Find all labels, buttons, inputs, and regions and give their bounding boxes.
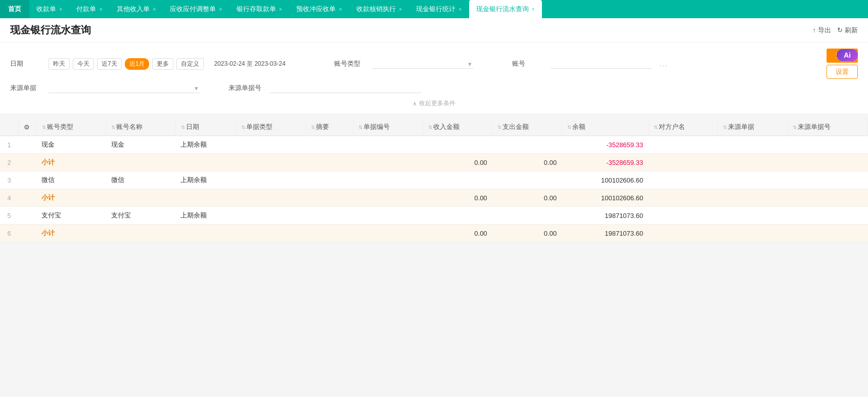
sort-icon-summary: ⇅ bbox=[311, 124, 315, 130]
col-header-source_doc_no[interactable]: ⇅来源单据号 bbox=[787, 118, 867, 136]
date-btn-更多[interactable]: 更多 bbox=[152, 58, 173, 70]
nav-tab-现金银行统计[interactable]: 现金银行统计× bbox=[409, 0, 469, 18]
table-row: 1现金现金上期余额-3528659.33 bbox=[0, 136, 868, 154]
row-settings-cell bbox=[18, 171, 36, 189]
home-label: 首页 bbox=[8, 5, 21, 14]
settings-button[interactable]: 设置 bbox=[827, 65, 858, 79]
row-num: 6 bbox=[0, 225, 18, 242]
collapse-arrow-icon: ∧ bbox=[413, 100, 417, 107]
col-header-doc_no[interactable]: ⇅单据编号 bbox=[353, 118, 423, 136]
cell-source_doc_no bbox=[787, 154, 867, 171]
filter-row-date: 日期 昨天今天近7天近1月更多自定义 2023-02-24 至 2023-03-… bbox=[10, 49, 858, 79]
account-type-label: 账号类型 bbox=[334, 59, 364, 68]
nav-tab-付款单[interactable]: 付款单× bbox=[69, 0, 109, 18]
ai-button[interactable]: Ai bbox=[837, 49, 858, 61]
settings-gear-icon[interactable]: ⚙ bbox=[24, 123, 30, 131]
date-btn-自定义[interactable]: 自定义 bbox=[176, 58, 204, 70]
close-tab-icon[interactable]: × bbox=[459, 6, 462, 12]
cell-account_name bbox=[106, 225, 176, 242]
refresh-button[interactable]: ↻ 刷新 bbox=[837, 26, 858, 35]
date-btn-近7天[interactable]: 近7天 bbox=[97, 58, 122, 70]
date-btn-昨天[interactable]: 昨天 bbox=[49, 58, 70, 70]
close-tab-icon[interactable]: × bbox=[399, 6, 402, 12]
sort-icon-expense: ⇅ bbox=[497, 124, 501, 130]
account-label: 账号 bbox=[512, 59, 542, 68]
cell-source_doc bbox=[718, 225, 788, 242]
row-settings-cell bbox=[18, 225, 36, 242]
cell-source_doc bbox=[718, 207, 788, 225]
nav-home[interactable]: 首页 bbox=[0, 0, 29, 18]
table-row: 4小计0.000.00100102606.60 bbox=[0, 189, 868, 207]
nav-tab-现金银行流水查询[interactable]: 现金银行流水查询× bbox=[469, 0, 542, 18]
close-tab-icon[interactable]: × bbox=[219, 6, 222, 12]
source-doc-no-input[interactable] bbox=[269, 83, 421, 93]
nav-tab-收款核销执行[interactable]: 收款核销执行× bbox=[349, 0, 409, 18]
header-actions: ↑ 导出 ↻ 刷新 bbox=[813, 26, 858, 35]
cell-doc_type bbox=[236, 171, 305, 189]
export-button[interactable]: ↑ 导出 bbox=[813, 26, 832, 35]
col-header-settings[interactable]: ⚙ bbox=[18, 118, 36, 136]
cell-account_type: 微信 bbox=[36, 171, 106, 189]
source-doc-select-wrapper: ▾ bbox=[49, 83, 200, 93]
cell-summary bbox=[305, 207, 353, 225]
col-header-doc_type[interactable]: ⇅单据类型 bbox=[236, 118, 305, 136]
cell-doc_type bbox=[236, 189, 305, 207]
col-header-account_type[interactable]: ⇅账号类型 bbox=[36, 118, 106, 136]
cell-date bbox=[175, 225, 236, 242]
nav-tab-应收应付调整单[interactable]: 应收应付调整单× bbox=[163, 0, 229, 18]
cell-account_name bbox=[106, 189, 176, 207]
col-header-income[interactable]: ⇅收入金额 bbox=[423, 118, 492, 136]
filter-area: 日期 昨天今天近7天近1月更多自定义 2023-02-24 至 2023-03-… bbox=[0, 42, 868, 114]
cell-account_type: 小计 bbox=[36, 154, 106, 171]
cell-source_doc_no bbox=[787, 171, 867, 189]
close-tab-icon[interactable]: × bbox=[279, 6, 282, 12]
date-btn-今天[interactable]: 今天 bbox=[73, 58, 94, 70]
row-settings-cell bbox=[18, 189, 36, 207]
collapse-button[interactable]: ∧ 收起更多条件 bbox=[413, 99, 455, 108]
cell-doc_no bbox=[353, 189, 423, 207]
col-header-date[interactable]: ⇅日期 bbox=[175, 118, 236, 136]
account-type-select[interactable]: 现金 微信 支付宝 bbox=[373, 59, 474, 69]
col-header-account_name[interactable]: ⇅账号名称 bbox=[106, 118, 176, 136]
cell-balance: -3528659.33 bbox=[562, 136, 648, 154]
date-btn-近1月[interactable]: 近1月 bbox=[125, 58, 150, 70]
close-tab-icon[interactable]: × bbox=[532, 6, 535, 12]
nav-tab-银行存取款单[interactable]: 银行存取款单× bbox=[230, 0, 289, 18]
nav-tab-预收冲应收单[interactable]: 预收冲应收单× bbox=[289, 0, 349, 18]
sort-icon-doc_type: ⇅ bbox=[241, 124, 245, 130]
cell-account_name: 现金 bbox=[106, 136, 176, 154]
refresh-label: 刷新 bbox=[845, 26, 858, 35]
cell-doc_no bbox=[353, 136, 423, 154]
more-button[interactable]: ... bbox=[660, 60, 668, 68]
nav-tab-收款单[interactable]: 收款单× bbox=[29, 0, 69, 18]
source-doc-select[interactable] bbox=[49, 83, 200, 93]
row-num: 3 bbox=[0, 171, 18, 189]
cell-income: 0.00 bbox=[423, 154, 492, 171]
cell-balance: -3528659.33 bbox=[562, 154, 648, 171]
cell-account_type: 支付宝 bbox=[36, 207, 106, 225]
cell-expense: 0.00 bbox=[492, 154, 562, 171]
cell-income: 0.00 bbox=[423, 189, 492, 207]
close-tab-icon[interactable]: × bbox=[59, 6, 62, 12]
close-tab-icon[interactable]: × bbox=[339, 6, 342, 12]
col-header-counterparty[interactable]: ⇅对方户名 bbox=[648, 118, 718, 136]
table-container: ⚙⇅账号类型⇅账号名称⇅日期⇅单据类型⇅摘要⇅单据编号⇅收入金额⇅支出金额⇅余额… bbox=[0, 118, 868, 242]
close-tab-icon[interactable]: × bbox=[153, 6, 156, 12]
cell-account_type: 小计 bbox=[36, 225, 106, 242]
col-header-balance[interactable]: ⇅余额 bbox=[562, 118, 648, 136]
col-header-summary[interactable]: ⇅摘要 bbox=[305, 118, 353, 136]
col-header-expense[interactable]: ⇅支出金额 bbox=[492, 118, 562, 136]
sort-icon-account_name: ⇅ bbox=[111, 124, 115, 130]
cell-doc_type bbox=[236, 154, 305, 171]
close-tab-icon[interactable]: × bbox=[99, 6, 102, 12]
cell-counterparty bbox=[648, 136, 718, 154]
cell-counterparty bbox=[648, 171, 718, 189]
row-settings-cell bbox=[18, 136, 36, 154]
date-range: 2023-02-24 至 2023-03-24 bbox=[214, 60, 285, 68]
cell-summary bbox=[305, 171, 353, 189]
sort-icon-counterparty: ⇅ bbox=[654, 124, 658, 130]
col-header-source_doc[interactable]: ⇅来源单据 bbox=[718, 118, 788, 136]
account-input[interactable] bbox=[551, 59, 652, 69]
nav-tab-其他收入单[interactable]: 其他收入单× bbox=[110, 0, 163, 18]
filter-row-source: 来源单据 ▾ 来源单据号 bbox=[10, 83, 858, 93]
